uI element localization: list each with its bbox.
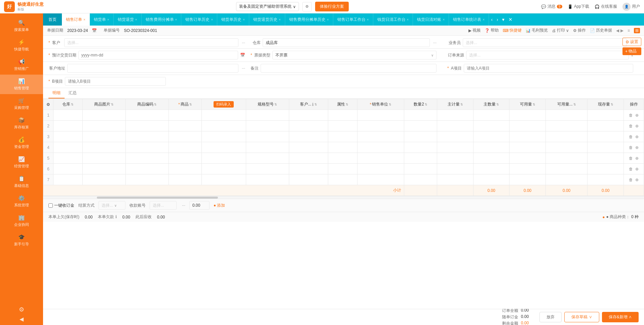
tab-sales-order[interactable]: 销售订单 ×	[62, 13, 90, 26]
sidebar-collapse-button[interactable]: ◀	[20, 316, 24, 322]
table-settings-icon[interactable]: ⚙	[46, 102, 50, 107]
view-video-button[interactable]: ▶ 视频	[468, 28, 481, 33]
tab-sales-history[interactable]: 销货单历史 ×	[217, 13, 249, 26]
tab-prev-button[interactable]: ‹	[489, 17, 495, 22]
row-copy-icon[interactable]: ⊕	[635, 124, 639, 128]
tab-sales-return[interactable]: 销货单 ×	[90, 13, 114, 26]
sidebar-item-inventory[interactable]: 📦 库存核算	[0, 114, 43, 133]
close-tab-return-goods[interactable]: ×	[135, 18, 137, 22]
row-delete-icon[interactable]: 🗑	[629, 145, 633, 150]
help-button[interactable]: ❓ 帮助	[485, 28, 499, 33]
payment-amount-input[interactable]: 0.00	[189, 201, 210, 210]
remarks-input[interactable]	[261, 64, 437, 73]
one-key-deposit-checkbox[interactable]: 一键收订金	[48, 203, 74, 208]
sort-attr-icon[interactable]: ⇅	[346, 103, 348, 106]
profit-preview-button[interactable]: 📊 毛利预览	[526, 28, 548, 33]
sort-cust-icon[interactable]: ⇅	[314, 103, 317, 106]
close-tab-sales-cost[interactable]: ×	[175, 18, 177, 22]
message-icon-item[interactable]: 💬 消息 9	[541, 4, 562, 9]
save-new-button[interactable]: 保存&新增 ∧	[602, 312, 639, 322]
sidebar-item-quick-nav[interactable]: ⚡ 快捷导航	[0, 36, 43, 55]
delivery-calendar-icon[interactable]: 📅	[240, 53, 245, 57]
tab-sales-stat[interactable]: 销售订单统计表 ×	[449, 13, 489, 26]
customer-address-input[interactable]	[67, 64, 238, 73]
address-more-button[interactable]: ···	[242, 66, 245, 71]
save-draft-button[interactable]: 保存草稿 ∨	[564, 312, 599, 322]
tab-cost-history[interactable]: 销售费用分摊单历史 ×	[285, 13, 333, 26]
tab-more-button[interactable]: ▾	[500, 17, 506, 22]
tab-home[interactable]: 首页	[43, 13, 62, 26]
receipt-account-select[interactable]: 选择...	[150, 201, 177, 210]
user-item[interactable]: 👤 用户	[622, 3, 640, 11]
b-project-input[interactable]	[65, 77, 166, 86]
scan-input-button[interactable]: 扫码录入	[214, 101, 234, 108]
settlement-select[interactable]: 选择... ∨	[99, 201, 125, 210]
prev-record-button[interactable]: ◀	[616, 28, 619, 33]
row-delete-icon[interactable]: 🗑	[629, 134, 633, 139]
sort-code-icon[interactable]: ⇅	[154, 103, 157, 106]
close-tab-sales-order-history[interactable]: ×	[211, 18, 213, 22]
industry-solution-button[interactable]: 体验行业方案	[315, 2, 349, 11]
sidebar-item-system[interactable]: ⚙️ 系统管理	[0, 192, 43, 211]
close-tab-sales-stat[interactable]: ×	[483, 18, 485, 22]
close-tab-sales-history[interactable]: ×	[243, 18, 245, 22]
sidebar-item-purchase[interactable]: 🛒 采购管理	[0, 94, 43, 114]
row-copy-icon[interactable]: ⊕	[635, 156, 639, 161]
shortcut-button[interactable]: ⌨ 快捷键	[503, 28, 522, 33]
row-copy-icon[interactable]: ⊕	[635, 145, 639, 150]
sort-name-icon[interactable]: ⇅	[189, 103, 192, 106]
row-copy-icon[interactable]: ⊕	[635, 134, 639, 139]
tab-detail[interactable]: 明细	[48, 88, 65, 98]
sidebar-item-guide[interactable]: 🎓 新手引导	[0, 231, 43, 250]
close-tab-sales-return[interactable]: ×	[107, 18, 109, 22]
order-source-input[interactable]: 选择...	[466, 51, 629, 59]
sidebar-item-marketing[interactable]: 📢 营销推广	[0, 55, 43, 75]
row-delete-icon[interactable]: 🗑	[629, 124, 633, 128]
calendar-icon[interactable]: 📅	[92, 28, 97, 33]
close-tab-cash-daily[interactable]: ×	[407, 18, 409, 22]
warehouse-more-button[interactable]: ···	[433, 40, 437, 45]
row-copy-icon[interactable]: ⊕	[635, 167, 639, 171]
close-tab-return-history[interactable]: ×	[279, 18, 281, 22]
scrollbar-thumb[interactable]	[97, 197, 218, 199]
sidebar-bottom-settings[interactable]: ⚙	[19, 306, 24, 313]
operations-button[interactable]: ⚙ 操作	[573, 28, 586, 33]
col-settings[interactable]: ⚙	[43, 99, 53, 110]
sort-main-qty-icon[interactable]: ⇅	[496, 103, 499, 106]
add-item-button[interactable]: + 物品	[622, 47, 641, 55]
close-tab-sales-order[interactable]: ×	[83, 18, 85, 22]
tab-return-history[interactable]: 销货退货历史 ×	[249, 13, 285, 26]
tab-close-all-button[interactable]: ✕	[506, 17, 515, 22]
row-delete-icon[interactable]: 🗑	[629, 156, 633, 161]
settings-button[interactable]: ⚙ 设置	[622, 38, 641, 46]
receipt-more-button[interactable]: ···	[182, 203, 185, 208]
sidebar-item-basic-info[interactable]: 📋 基础信息	[0, 172, 43, 192]
tab-workbench[interactable]: 销售订单工作台 ×	[333, 13, 373, 26]
sort-qty2-icon[interactable]: ⇅	[425, 103, 427, 106]
invoice-type-select[interactable]: 不开票 ∨	[272, 51, 437, 59]
warehouse-input[interactable]: 成品库	[263, 38, 430, 47]
staff-input[interactable]: 选择...	[463, 38, 627, 47]
print-button[interactable]: 🖨 打印 ∨	[552, 28, 569, 33]
tab-sales-cost[interactable]: 销售费用分摊单 ×	[142, 13, 182, 26]
system-selector[interactable]: 装备及固定资产辅助管理系统 ∨	[236, 2, 299, 11]
sort-current-icon[interactable]: ⇅	[611, 103, 613, 106]
list-view-button[interactable]: ≡	[628, 28, 630, 33]
tab-sales-order-history[interactable]: 销售订单历史 ×	[181, 13, 217, 26]
row-copy-icon[interactable]: ⊕	[635, 113, 639, 118]
sort-avail-more-icon[interactable]: ⇅	[573, 103, 576, 106]
tab-cash-daily[interactable]: 钱货日清工作台 ×	[373, 13, 413, 26]
app-download-item[interactable]: 📱 App下载	[568, 4, 589, 9]
horizontal-scrollbar[interactable]	[43, 196, 644, 199]
discard-button[interactable]: 放弃	[539, 312, 562, 322]
close-tab-workbench[interactable]: ×	[367, 18, 369, 22]
add-payment-button[interactable]: ● 添加	[214, 203, 225, 208]
sidebar-item-sales[interactable]: 📊 销售管理	[0, 75, 43, 94]
delivery-date-input[interactable]	[78, 51, 238, 59]
sort-spec-icon[interactable]: ⇅	[274, 103, 277, 106]
sort-img-icon[interactable]: ⇅	[111, 103, 114, 106]
customer-more-button[interactable]: ···	[242, 40, 245, 45]
close-tab-cost-history[interactable]: ×	[327, 18, 329, 22]
form-view-button[interactable]: ⊞	[634, 28, 640, 33]
sort-avail-icon[interactable]: ⇅	[533, 103, 535, 106]
